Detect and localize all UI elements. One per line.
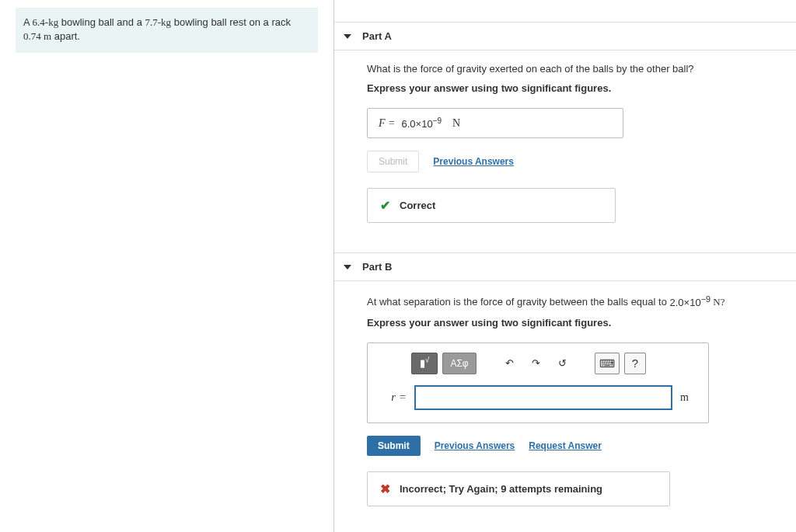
problem-statement: A 6.4-kg bowling ball and a 7.7-kg bowli… [16, 8, 318, 53]
help-icon[interactable]: ? [624, 353, 646, 374]
part-b-instruction: Express your answer using two significan… [367, 317, 780, 329]
part-a-value: 6.0×10−9 [402, 116, 442, 130]
part-b-val-exp: −9 [701, 294, 710, 303]
templates-tool-icon[interactable]: ▮√ [411, 353, 438, 374]
part-b-question-unit: N? [710, 297, 724, 308]
part-b-feedback-text: Incorrect; Try Again; 9 attempts remaini… [400, 483, 602, 495]
problem-text: A [23, 16, 33, 28]
part-b-feedback: ✖ Incorrect; Try Again; 9 attempts remai… [367, 471, 670, 506]
part-a-title: Part A [362, 30, 392, 42]
part-a-previous-answers-link[interactable]: Previous Answers [433, 156, 514, 167]
chevron-down-icon [344, 34, 351, 39]
mass-1: 6.4-kg [33, 16, 59, 28]
root-icon: √ [425, 356, 430, 364]
formula-toolbar: ▮√ ΑΣφ ↶ ↷ ↺ ⌨ ? [411, 353, 696, 374]
part-b-lhs: r = [380, 391, 407, 404]
greek-tool-icon[interactable]: ΑΣφ [442, 353, 477, 374]
part-b-submit-button[interactable]: Submit [367, 436, 421, 456]
part-b-unit: m [680, 391, 696, 404]
check-icon: ✔ [380, 198, 390, 213]
part-b-previous-answers-link[interactable]: Previous Answers [435, 440, 515, 451]
part-a-feedback-text: Correct [400, 200, 435, 211]
part-b-formula-box: ▮√ ΑΣφ ↶ ↷ ↺ ⌨ ? r = m [367, 342, 709, 423]
undo-icon[interactable]: ↶ [498, 353, 520, 374]
mass-2: 7.7-kg [145, 16, 171, 28]
part-a-feedback: ✔ Correct [367, 188, 616, 223]
chevron-down-icon [344, 265, 351, 269]
part-a-value-base: 6.0×10 [402, 118, 433, 130]
part-a-instruction: Express your answer using two significan… [367, 82, 780, 94]
part-b-block: Part B At what separation is the force o… [334, 252, 796, 513]
keyboard-icon[interactable]: ⌨ [595, 353, 620, 374]
part-a-question: What is the force of gravity exerted on … [367, 63, 780, 75]
problem-text: bowling ball rest on a rack [171, 16, 291, 28]
part-b-question: At what separation is the force of gravi… [367, 294, 780, 308]
part-b-val-base: 2.0×10 [670, 297, 701, 308]
part-a-answer-display: F = 6.0×10−9 N [367, 108, 623, 138]
redo-icon[interactable]: ↷ [525, 353, 546, 374]
problem-text: apart. [51, 30, 80, 42]
part-b-request-answer-link[interactable]: Request Answer [529, 440, 602, 451]
part-a-value-exp: −9 [433, 116, 442, 125]
part-b-title: Part B [362, 261, 392, 273]
part-a-block: Part A What is the force of gravity exer… [334, 22, 796, 231]
reset-icon[interactable]: ↺ [551, 353, 573, 374]
part-a-submit-button: Submit [367, 151, 419, 172]
part-a-header[interactable]: Part A [334, 22, 796, 50]
part-b-question-pre: At what separation is the force of gravi… [367, 297, 670, 308]
part-a-unit: N [452, 117, 460, 130]
part-b-target-value: 2.0×10−9 [670, 297, 710, 308]
problem-text: bowling ball and a [58, 16, 145, 28]
x-icon: ✖ [380, 482, 390, 496]
distance: 0.74 m [23, 30, 51, 42]
part-b-answer-input[interactable] [414, 385, 672, 410]
part-b-header[interactable]: Part B [334, 252, 796, 281]
part-a-lhs: F = [379, 117, 396, 130]
